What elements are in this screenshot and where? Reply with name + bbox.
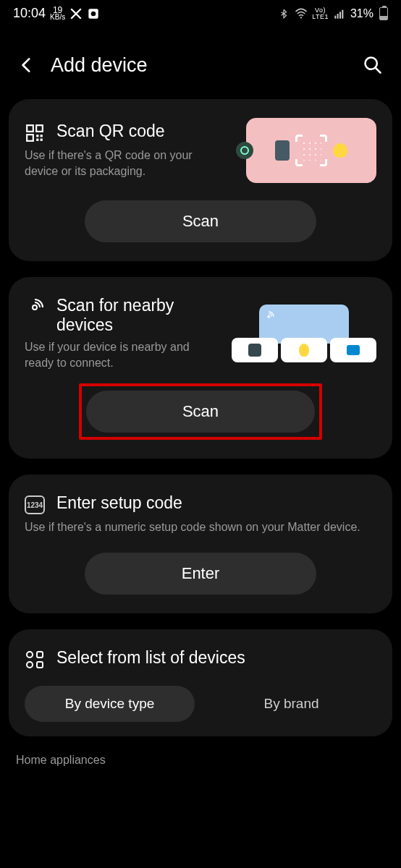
qr-card-desc: Use if there's a QR code on your device … [25,148,213,179]
list-card-title: Select from list of devices [56,648,245,668]
enter-setup-code-card: 1234 Enter setup code Use if there's a n… [9,475,392,613]
qr-scan-button[interactable]: Scan [85,200,316,242]
battery-percent: 31% [350,7,373,20]
svg-line-8 [376,68,381,73]
select-from-list-card: Select from list of devices By device ty… [9,629,392,736]
device-list-icon [25,650,45,670]
clock: 10:04 [13,6,46,21]
x-app-icon [69,7,83,20]
nearby-scan-button[interactable]: Scan [86,391,315,433]
camera-app-icon [87,7,100,20]
setup-card-desc: Use if there's a numeric setup code show… [25,519,376,535]
qr-illustration [246,118,376,183]
scan-qr-card: Scan QR code Use if there's a QR code on… [9,99,392,261]
svg-rect-3 [334,15,336,18]
nearby-card-title: Scan for nearby devices [56,296,226,335]
back-button[interactable] [16,54,38,76]
svg-rect-10 [36,126,43,132]
svg-rect-15 [41,139,43,141]
bluetooth-icon [277,7,290,20]
battery-icon [379,7,388,20]
tab-by-brand[interactable]: By brand [206,686,376,722]
svg-rect-12 [36,135,38,137]
svg-rect-5 [339,12,341,18]
page-header: Add device [0,24,401,99]
tab-by-device-type[interactable]: By device type [25,686,195,722]
svg-point-17 [268,315,270,318]
signal-icon [333,7,346,20]
svg-rect-14 [36,139,38,141]
svg-point-2 [300,17,302,18]
volte-icon: Vo)LTE1 [312,7,329,20]
page-title: Add device [51,54,360,77]
svg-point-16 [33,305,37,310]
svg-rect-11 [27,135,33,142]
setup-code-icon: 1234 [25,495,45,515]
status-right: Vo)LTE1 31% [277,7,388,20]
status-bar: 10:04 19 KB/s Vo)LTE1 31% [0,0,401,24]
tab-row: By device type By brand [25,686,376,722]
wifi-icon [295,7,308,20]
enter-button[interactable]: Enter [85,553,316,595]
status-left: 10:04 19 KB/s [13,6,100,21]
search-button[interactable] [360,53,385,77]
setup-card-title: Enter setup code [56,493,182,513]
svg-rect-4 [337,14,339,19]
nearby-card-desc: Use if your device is nearby and ready t… [25,339,213,370]
qr-code-icon [25,123,45,143]
svg-point-1 [91,11,96,16]
qr-card-title: Scan QR code [56,122,165,141]
nearby-illustration [232,305,376,362]
category-home-appliances: Home appliances [16,754,385,767]
svg-rect-13 [41,135,43,137]
radar-icon [25,297,45,318]
net-speed: 19 KB/s [50,7,65,21]
highlight-annotation: Scan [79,383,322,440]
svg-rect-9 [27,126,33,132]
scan-nearby-card: Scan for nearby devices Use if your devi… [9,277,392,459]
svg-rect-6 [342,9,343,18]
